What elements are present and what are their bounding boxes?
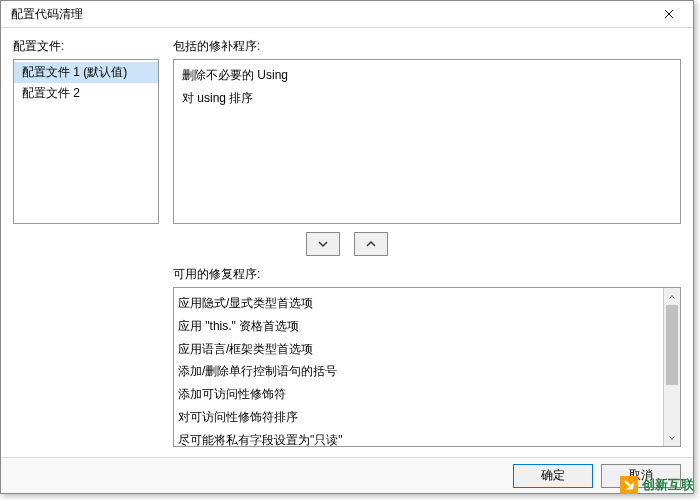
list-item[interactable]: 配置文件 2 [14,83,158,104]
dialog-body: 配置文件: 配置文件 1 (默认值) 配置文件 2 包括的修补程序: 删除不必要… [1,28,693,447]
chevron-down-icon [318,239,328,249]
list-item[interactable]: 删除不必要的 Using [182,64,672,87]
move-up-button[interactable] [354,232,388,256]
included-label: 包括的修补程序: [173,38,681,55]
list-item[interactable]: 对可访问性修饰符排序 [178,406,659,429]
list-item[interactable]: 添加/删除单行控制语句的括号 [178,360,659,383]
cancel-button[interactable]: 取消 [601,464,681,488]
dialog-footer: 确定 取消 [1,457,693,493]
scrollbar-thumb[interactable] [666,305,678,385]
profiles-listbox[interactable]: 配置文件 1 (默认值) 配置文件 2 [13,59,159,224]
close-icon [664,9,674,19]
scroll-down-icon[interactable] [664,429,680,446]
list-item[interactable]: 对 using 排序 [182,87,672,110]
close-button[interactable] [649,1,689,27]
included-fixers-box[interactable]: 删除不必要的 Using 对 using 排序 [173,59,681,224]
scrollbar[interactable] [663,288,680,446]
move-down-button[interactable] [306,232,340,256]
profiles-label: 配置文件: [13,38,159,55]
scroll-up-icon[interactable] [664,288,680,305]
scrollbar-track[interactable] [664,385,680,429]
list-item[interactable]: 应用语言/框架类型首选项 [178,338,659,361]
list-item[interactable]: 尽可能将私有字段设置为"只读" [178,429,659,446]
available-label: 可用的修复程序: [173,266,681,283]
dialog-window: 配置代码清理 配置文件: 配置文件 1 (默认值) 配置文件 2 包括的修补程序… [0,0,694,494]
titlebar: 配置代码清理 [1,1,693,28]
window-title: 配置代码清理 [11,6,83,23]
list-item[interactable]: 应用 "this." 资格首选项 [178,315,659,338]
available-fixers-box[interactable]: 应用隐式/显式类型首选项 应用 "this." 资格首选项 应用语言/框架类型首… [173,287,681,447]
list-item[interactable]: 应用隐式/显式类型首选项 [178,292,659,315]
ok-button[interactable]: 确定 [513,464,593,488]
list-item[interactable]: 配置文件 1 (默认值) [14,62,158,83]
list-item[interactable]: 添加可访问性修饰符 [178,383,659,406]
chevron-up-icon [366,239,376,249]
